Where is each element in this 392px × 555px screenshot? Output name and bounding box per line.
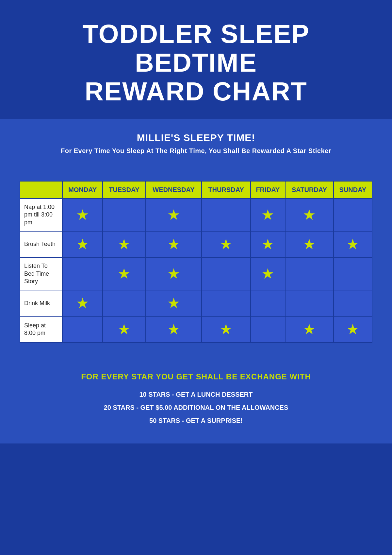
- star-cell-row2-day6: [334, 257, 372, 290]
- star-icon: ★: [261, 208, 274, 222]
- star-cell-row3-day5: [285, 290, 334, 316]
- star-icon: ★: [167, 322, 180, 337]
- star-icon: ★: [76, 237, 89, 251]
- star-cell-row1-day1: ★: [103, 231, 145, 257]
- star-cell-row0-day0: ★: [62, 199, 103, 231]
- row-label-3: Drink Milk: [20, 290, 62, 316]
- star-cell-row2-day2: ★: [146, 257, 202, 290]
- star-cell-row3-day0: ★: [62, 290, 103, 316]
- star-cell-row0-day2: ★: [146, 199, 202, 231]
- star-icon: ★: [220, 322, 232, 337]
- star-cell-row1-day5: ★: [285, 231, 334, 257]
- star-icon: ★: [261, 237, 274, 251]
- middle-section: MILLIE'S SLEEPY TIME! For Every Time You…: [0, 119, 392, 168]
- star-icon: ★: [346, 237, 359, 251]
- star-icon: ★: [167, 296, 180, 310]
- star-cell-row3-day1: [103, 290, 145, 316]
- star-icon: ★: [167, 208, 180, 222]
- header-sunday: SUNDAY: [334, 181, 372, 199]
- reward-table: MONDAY TUESDAY WEDNESDAY THURSDAY FRIDAY…: [20, 181, 372, 343]
- table-row: Brush Teeth★★★★★★★: [20, 231, 372, 257]
- header-empty: [20, 181, 62, 199]
- star-cell-row3-day6: [334, 290, 372, 316]
- header-tuesday: TUESDAY: [103, 181, 145, 199]
- row-label-4: Sleep at 8:00 pm: [20, 316, 62, 342]
- star-cell-row4-day4: [251, 316, 285, 342]
- star-cell-row4-day0: [62, 316, 103, 342]
- table-row: Nap at 1:00 pm till 3:00 pm★★★★: [20, 199, 372, 231]
- table-row: Sleep at 8:00 pm★★★★★: [20, 316, 372, 342]
- star-cell-row2-day0: [62, 257, 103, 290]
- footer-bar: [0, 535, 392, 555]
- star-cell-row4-day1: ★: [103, 316, 145, 342]
- star-icon: ★: [303, 208, 316, 222]
- row-label-2: Listen To Bed Time Story: [20, 257, 62, 290]
- star-cell-row0-day6: [334, 199, 372, 231]
- page-title: TODDLER SLEEP BEDTIME REWARD CHART: [20, 20, 372, 106]
- header-saturday: SATURDAY: [285, 181, 334, 199]
- reward-item: 20 STARS - GET $5.00 ADDITIONAL ON THE A…: [20, 401, 372, 414]
- star-cell-row1-day2: ★: [146, 231, 202, 257]
- star-cell-row3-day3: [202, 290, 250, 316]
- star-icon: ★: [76, 208, 89, 222]
- star-icon: ★: [220, 237, 232, 251]
- star-cell-row0-day1: [103, 199, 145, 231]
- star-cell-row3-day2: ★: [146, 290, 202, 316]
- rewards-section: FOR EVERY STAR YOU GET SHALL BE EXCHANGE…: [0, 356, 392, 443]
- description: For Every Time You Sleep At The Right Ti…: [20, 147, 372, 155]
- star-icon: ★: [76, 296, 89, 310]
- star-cell-row4-day6: ★: [334, 316, 372, 342]
- table-row: Drink Milk★★: [20, 290, 372, 316]
- header-wednesday: WEDNESDAY: [146, 181, 202, 199]
- star-icon: ★: [167, 267, 180, 281]
- star-cell-row4-day5: ★: [285, 316, 334, 342]
- star-cell-row2-day4: ★: [251, 257, 285, 290]
- chart-section: MONDAY TUESDAY WEDNESDAY THURSDAY FRIDAY…: [0, 168, 392, 356]
- rewards-title: FOR EVERY STAR YOU GET SHALL BE EXCHANGE…: [20, 372, 372, 381]
- star-cell-row0-day3: [202, 199, 250, 231]
- star-cell-row3-day4: [251, 290, 285, 316]
- star-cell-row2-day5: [285, 257, 334, 290]
- star-icon: ★: [118, 322, 130, 337]
- row-label-0: Nap at 1:00 pm till 3:00 pm: [20, 199, 62, 231]
- star-cell-row4-day3: ★: [202, 316, 250, 342]
- header-friday: FRIDAY: [251, 181, 285, 199]
- star-cell-row2-day1: ★: [103, 257, 145, 290]
- reward-item: 10 STARS - GET A LUNCH DESSERT: [20, 388, 372, 401]
- header-thursday: THURSDAY: [202, 181, 250, 199]
- table-row: Listen To Bed Time Story★★★: [20, 257, 372, 290]
- star-icon: ★: [118, 267, 130, 281]
- star-icon: ★: [303, 237, 316, 251]
- header-section: TODDLER SLEEP BEDTIME REWARD CHART: [0, 0, 392, 119]
- header-monday: MONDAY: [62, 181, 103, 199]
- subtitle: MILLIE'S SLEEPY TIME!: [20, 132, 372, 143]
- star-icon: ★: [261, 267, 274, 281]
- star-cell-row4-day2: ★: [146, 316, 202, 342]
- reward-item: 50 STARS - GET A SURPRISE!: [20, 414, 372, 427]
- row-label-1: Brush Teeth: [20, 231, 62, 257]
- star-cell-row0-day5: ★: [285, 199, 334, 231]
- star-cell-row1-day6: ★: [334, 231, 372, 257]
- star-cell-row1-day3: ★: [202, 231, 250, 257]
- star-cell-row1-day4: ★: [251, 231, 285, 257]
- rewards-list: 10 STARS - GET A LUNCH DESSERT20 STARS -…: [20, 388, 372, 427]
- star-icon: ★: [346, 322, 359, 337]
- star-icon: ★: [167, 237, 180, 251]
- star-cell-row0-day4: ★: [251, 199, 285, 231]
- star-cell-row1-day0: ★: [62, 231, 103, 257]
- star-icon: ★: [303, 322, 316, 337]
- star-icon: ★: [118, 237, 130, 251]
- star-cell-row2-day3: [202, 257, 250, 290]
